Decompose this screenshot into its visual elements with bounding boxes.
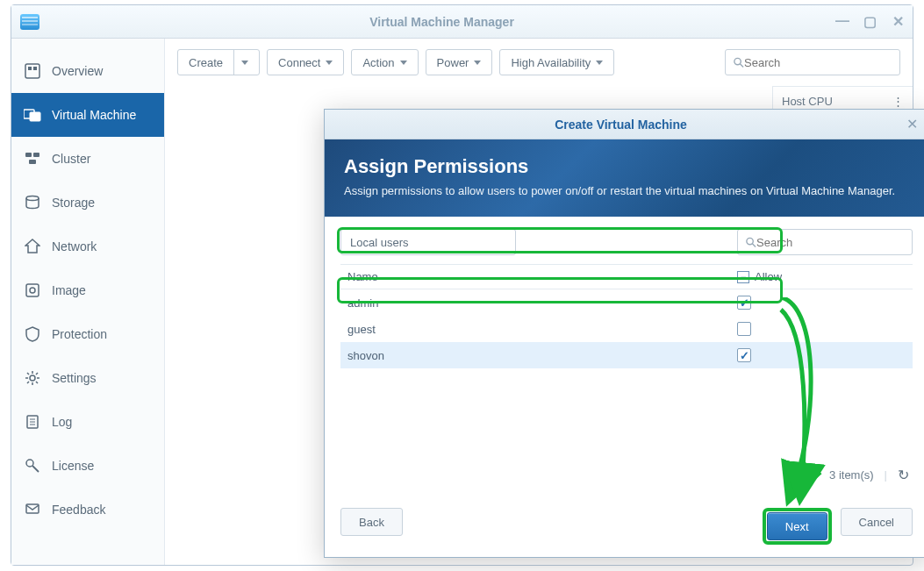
table-row[interactable]: admin [340, 289, 913, 316]
sidebar-item-overview[interactable]: Overview [11, 49, 164, 93]
dialog-titlebar: Create Virtual Machine ✕ [325, 110, 924, 139]
sidebar-label: Virtual Machine [52, 108, 136, 122]
allow-checkbox[interactable] [737, 348, 751, 362]
highlight-next: Next [763, 508, 832, 545]
cluster-icon [24, 150, 41, 168]
svg-point-10 [30, 288, 35, 293]
user-name: admin [340, 296, 737, 310]
dialog-footer: Back Next Cancel [325, 499, 924, 557]
col-allow-header[interactable]: − Allow [737, 270, 913, 283]
sidebar-label: Image [52, 283, 86, 297]
dialog-title: Create Virtual Machine [335, 118, 906, 132]
sidebar-label: Log [52, 415, 72, 429]
maximize-icon[interactable]: ▢ [863, 13, 876, 30]
dialog-search[interactable] [737, 229, 913, 255]
user-name: shovon [340, 349, 737, 362]
sidebar-item-cluster[interactable]: Cluster [11, 137, 164, 181]
titlebar: Virtual Machine Manager — ▢ ✕ [11, 5, 913, 39]
svg-rect-9 [26, 284, 39, 296]
sidebar-item-network[interactable]: Network [11, 225, 164, 268]
sidebar-label: Cluster [52, 152, 90, 166]
sidebar-label: Overview [52, 64, 103, 78]
tri-state-icon[interactable]: − [737, 271, 749, 283]
dialog-hero-text: Assign permissions to allow users to pow… [344, 183, 909, 199]
sidebar-item-license[interactable]: License [11, 444, 164, 488]
sidebar-label: Storage [52, 196, 95, 210]
back-button[interactable]: Back [340, 508, 403, 536]
allow-checkbox[interactable] [737, 322, 751, 336]
app-icon [20, 14, 39, 30]
log-icon [24, 413, 41, 431]
svg-point-8 [26, 196, 39, 201]
svg-line-21 [752, 244, 756, 247]
sidebar-item-virtual-machine[interactable]: Virtual Machine [11, 93, 164, 137]
item-count: 3 item(s) [829, 468, 874, 482]
vm-icon [24, 106, 41, 124]
allow-checkbox[interactable] [737, 296, 751, 310]
table-row[interactable]: guest [340, 316, 913, 342]
modal-overlay: Create Virtual Machine ✕ Assign Permissi… [165, 39, 913, 565]
next-button[interactable]: Next [767, 512, 827, 540]
permissions-table: Name − Allow admin gu [340, 264, 913, 487]
col-name-header[interactable]: Name [340, 270, 737, 283]
svg-rect-17 [26, 504, 39, 513]
table-footer: 3 item(s) | ↻ [340, 456, 913, 487]
dialog-body: Local users Name [325, 217, 924, 499]
sidebar-item-feedback[interactable]: Feedback [11, 488, 164, 532]
svg-point-16 [26, 460, 33, 467]
svg-rect-0 [25, 64, 39, 78]
table-row[interactable]: shovon [340, 342, 913, 368]
sidebar-item-image[interactable]: Image [11, 268, 164, 312]
svg-rect-2 [33, 67, 37, 70]
sidebar-item-protection[interactable]: Protection [11, 312, 164, 356]
user-name: guest [340, 323, 737, 336]
sidebar-label: Network [52, 239, 97, 253]
search-icon [745, 236, 756, 248]
overview-icon [24, 62, 41, 80]
storage-icon [24, 194, 41, 211]
sidebar-item-settings[interactable]: Settings [11, 356, 164, 400]
sidebar-label: Settings [52, 371, 97, 385]
svg-point-20 [747, 239, 753, 245]
svg-rect-4 [30, 112, 40, 121]
dialog-hero: Assign Permissions Assign permissions to… [325, 139, 924, 217]
dialog-search-input[interactable] [756, 236, 905, 249]
refresh-icon[interactable]: ↻ [898, 467, 909, 483]
protection-icon [24, 325, 41, 343]
window-controls: — ▢ ✕ [835, 13, 904, 30]
sidebar-item-storage[interactable]: Storage [11, 181, 164, 225]
sidebar-label: Feedback [52, 503, 105, 517]
sidebar-item-log[interactable]: Log [11, 400, 164, 444]
dialog-close-icon[interactable]: ✕ [906, 116, 918, 132]
dialog-hero-title: Assign Permissions [344, 155, 909, 178]
image-icon [24, 282, 41, 299]
svg-rect-6 [33, 153, 39, 157]
create-vm-dialog: Create Virtual Machine ✕ Assign Permissi… [324, 109, 924, 558]
svg-rect-1 [28, 67, 32, 70]
cancel-button[interactable]: Cancel [841, 508, 913, 536]
window-title: Virtual Machine Manager [48, 15, 835, 29]
network-icon [24, 238, 41, 255]
main-area: Create Connect Action Power High Availab… [165, 39, 913, 565]
svg-point-11 [30, 375, 35, 381]
settings-icon [24, 369, 41, 387]
scope-select[interactable]: Local users [340, 229, 516, 255]
close-icon[interactable]: ✕ [892, 13, 904, 30]
sidebar-label: Protection [52, 327, 107, 341]
app-window: Virtual Machine Manager — ▢ ✕ Overview V… [11, 4, 913, 566]
sidebar: Overview Virtual Machine Cluster Storage… [11, 39, 165, 565]
license-icon [24, 457, 41, 475]
sidebar-label: License [52, 459, 94, 473]
feedback-icon [24, 501, 41, 518]
table-header: Name − Allow [340, 265, 913, 289]
minimize-icon[interactable]: — [835, 13, 848, 30]
svg-rect-5 [25, 153, 32, 157]
svg-rect-7 [29, 160, 36, 164]
